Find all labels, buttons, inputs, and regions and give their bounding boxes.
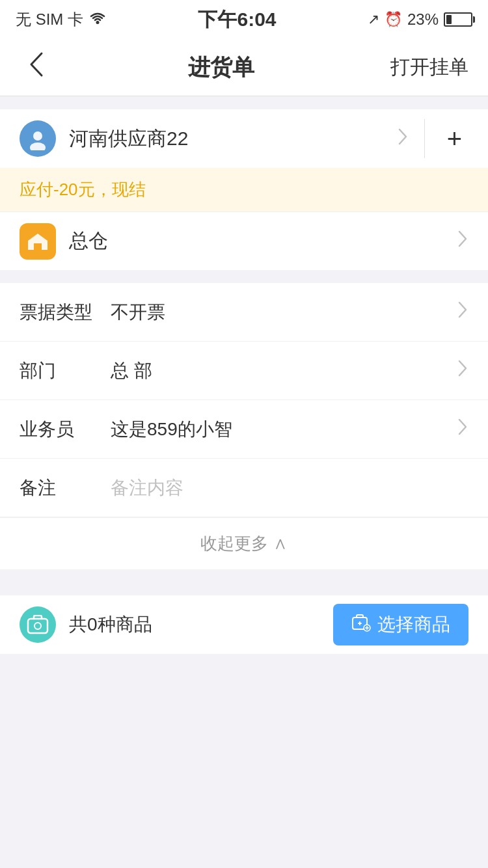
notice-bar: 应付-20元，现结 bbox=[0, 168, 488, 211]
department-value: 总 部 bbox=[98, 359, 457, 383]
warehouse-row[interactable]: 总仓 bbox=[0, 211, 488, 270]
select-product-icon bbox=[351, 614, 371, 636]
department-chevron-icon bbox=[457, 359, 468, 383]
notice-text: 应付-20元，现结 bbox=[20, 180, 146, 199]
open-pending-button[interactable]: 打开挂单 bbox=[390, 54, 468, 81]
salesperson-label: 业务员 bbox=[20, 417, 98, 442]
salesperson-row[interactable]: 业务员 这是859的小智 bbox=[0, 400, 488, 459]
gray-bottom-area bbox=[0, 654, 488, 849]
battery-percent: 23% bbox=[407, 10, 439, 29]
nav-bar: 进货单 打开挂单 bbox=[0, 39, 488, 96]
salesperson-chevron-icon bbox=[457, 417, 468, 441]
invoice-type-row[interactable]: 票据类型 不开票 bbox=[0, 283, 488, 342]
carrier-text: 无 SIM 卡 bbox=[16, 9, 83, 30]
svg-point-5 bbox=[34, 623, 41, 629]
svg-point-2 bbox=[30, 142, 46, 150]
supplier-divider bbox=[424, 119, 425, 158]
invoice-type-value: 不开票 bbox=[98, 300, 457, 325]
product-icon bbox=[20, 606, 56, 643]
warehouse-name: 总仓 bbox=[69, 228, 457, 254]
collapse-label: 收起更多 ∧ bbox=[200, 532, 287, 555]
invoice-type-chevron-icon bbox=[457, 300, 468, 324]
svg-rect-4 bbox=[28, 619, 47, 633]
page-title: 进货单 bbox=[188, 53, 254, 83]
collapse-button[interactable]: 收起更多 ∧ bbox=[0, 517, 488, 569]
status-time: 下午6:04 bbox=[198, 7, 276, 33]
svg-point-0 bbox=[96, 21, 100, 24]
battery-icon bbox=[444, 12, 472, 27]
department-row[interactable]: 部门 总 部 bbox=[0, 342, 488, 400]
salesperson-value: 这是859的小智 bbox=[98, 417, 457, 442]
supplier-avatar bbox=[20, 120, 56, 157]
section-divider-2 bbox=[0, 569, 488, 582]
department-label: 部门 bbox=[20, 359, 98, 383]
status-bar: 无 SIM 卡 下午6:04 ↗ ⏰ 23% bbox=[0, 0, 488, 39]
supplier-name: 河南供应商22 bbox=[69, 126, 397, 152]
warehouse-chevron-icon bbox=[457, 229, 468, 253]
remark-placeholder: 备注内容 bbox=[98, 476, 468, 500]
form-section: 票据类型 不开票 部门 总 部 业务员 这是859的小智 备注 备注内容 bbox=[0, 283, 488, 569]
remark-row[interactable]: 备注 备注内容 bbox=[0, 459, 488, 517]
location-icon: ↗ bbox=[368, 11, 379, 28]
remark-label: 备注 bbox=[20, 476, 98, 500]
wifi-icon bbox=[88, 10, 107, 29]
section-divider-1 bbox=[0, 96, 488, 109]
supplier-row[interactable]: 河南供应商22 + bbox=[0, 109, 488, 168]
status-right: ↗ ⏰ 23% bbox=[368, 10, 472, 29]
supplier-chevron-icon bbox=[397, 127, 409, 151]
back-button[interactable] bbox=[20, 43, 52, 92]
product-section: 共0种商品 选择商品 bbox=[0, 595, 488, 654]
svg-rect-3 bbox=[34, 243, 42, 250]
add-supplier-button[interactable]: + bbox=[441, 118, 468, 160]
select-product-label: 选择商品 bbox=[377, 612, 450, 637]
supplier-section: 河南供应商22 + 应付-20元，现结 总仓 bbox=[0, 109, 488, 270]
select-product-button[interactable]: 选择商品 bbox=[333, 604, 468, 645]
svg-point-1 bbox=[33, 131, 42, 141]
alarm-icon: ⏰ bbox=[385, 11, 402, 28]
status-left: 无 SIM 卡 bbox=[16, 9, 107, 30]
warehouse-icon bbox=[20, 223, 56, 260]
invoice-type-label: 票据类型 bbox=[20, 300, 98, 325]
product-count-text: 共0种商品 bbox=[69, 612, 333, 637]
